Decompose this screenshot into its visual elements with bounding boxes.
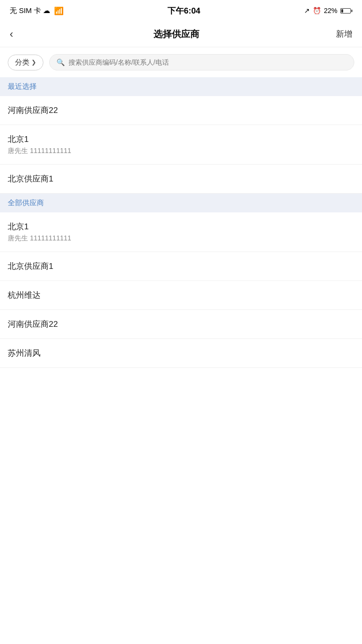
item-name: 北京供应商1 bbox=[8, 173, 354, 184]
filter-row: 分类 ❯ 🔍 bbox=[0, 47, 362, 77]
list-item[interactable]: 北京供应商1 bbox=[0, 165, 362, 194]
item-name: 河南供应商22 bbox=[8, 105, 354, 116]
item-name: 北京1 bbox=[8, 221, 354, 232]
list-item[interactable]: 杭州维达 bbox=[0, 281, 362, 310]
status-bar: 无 SIM 卡 ☁ 📶 下午6:04 ↗ ⏰ 22% bbox=[0, 0, 362, 21]
list-item[interactable]: 苏州清风 bbox=[0, 339, 362, 368]
location-icon: ↗ bbox=[304, 7, 310, 14]
chevron-right-icon: ❯ bbox=[31, 59, 36, 66]
item-name: 苏州清风 bbox=[8, 348, 354, 359]
list-item[interactable]: 北京供应商1 bbox=[0, 252, 362, 281]
item-sub: 唐先生 11111111111 bbox=[8, 234, 354, 243]
add-button[interactable]: 新增 bbox=[336, 28, 352, 40]
no-sim-label: 无 SIM 卡 ☁ bbox=[10, 6, 50, 15]
recent-section-header: 最近选择 bbox=[0, 77, 362, 96]
status-right: ↗ ⏰ 22% bbox=[304, 7, 352, 14]
list-item[interactable]: 河南供应商22 bbox=[0, 96, 362, 125]
search-box[interactable]: 🔍 bbox=[49, 54, 354, 70]
battery-icon bbox=[340, 8, 352, 14]
search-input[interactable] bbox=[69, 58, 347, 66]
status-left: 无 SIM 卡 ☁ 📶 bbox=[10, 6, 64, 15]
nav-bar: ‹ 选择供应商 新增 bbox=[0, 21, 362, 47]
category-filter-button[interactable]: 分类 ❯ bbox=[8, 55, 43, 70]
item-sub: 唐先生 11111111111 bbox=[8, 147, 354, 155]
status-time: 下午6:04 bbox=[167, 5, 200, 16]
list-item[interactable]: 北京1唐先生 11111111111 bbox=[0, 125, 362, 165]
recent-list: 河南供应商22北京1唐先生 11111111111北京供应商1 bbox=[0, 96, 362, 194]
all-section-header: 全部供应商 bbox=[0, 194, 362, 212]
search-icon: 🔍 bbox=[56, 58, 65, 66]
alarm-icon: ⏰ bbox=[313, 7, 321, 14]
recent-header-label: 最近选择 bbox=[8, 82, 37, 90]
all-header-label: 全部供应商 bbox=[8, 198, 44, 207]
page-title: 选择供应商 bbox=[153, 28, 199, 41]
category-label: 分类 bbox=[15, 58, 29, 67]
item-name: 杭州维达 bbox=[8, 290, 354, 301]
back-button[interactable]: ‹ bbox=[10, 26, 17, 42]
wifi-icon: 📶 bbox=[54, 6, 64, 15]
battery-percent: 22% bbox=[324, 7, 337, 14]
list-item[interactable]: 河南供应商22 bbox=[0, 310, 362, 339]
item-name: 北京1 bbox=[8, 134, 354, 145]
item-name: 北京供应商1 bbox=[8, 261, 354, 272]
all-list: 北京1唐先生 11111111111北京供应商1杭州维达河南供应商22苏州清风 bbox=[0, 212, 362, 368]
list-item[interactable]: 北京1唐先生 11111111111 bbox=[0, 212, 362, 252]
item-name: 河南供应商22 bbox=[8, 319, 354, 330]
